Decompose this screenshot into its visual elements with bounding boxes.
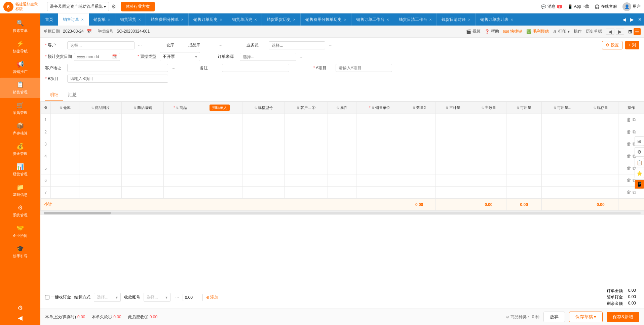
address-more-icon[interactable]: ···: [172, 65, 176, 71]
set-button[interactable]: ⚙ 设置: [602, 41, 622, 49]
salesperson-input[interactable]: [269, 41, 325, 49]
deposit-checkbox-label[interactable]: 一键收订金: [45, 294, 71, 300]
tab-daily-clear[interactable]: 钱货日清工作台 ✕: [394, 13, 437, 26]
copy-row-icon[interactable]: ⧉: [633, 117, 636, 123]
sidebar-item-guide[interactable]: 🎓 新手引导: [0, 242, 40, 262]
panel-btn-4[interactable]: ⭐: [635, 169, 644, 178]
history-btn[interactable]: 历史单据: [586, 29, 602, 34]
settlement-select[interactable]: 选择... ▾: [94, 293, 121, 302]
industry-button[interactable]: 体验行业方案: [121, 2, 155, 11]
bank-select[interactable]: 选择... ▾: [144, 293, 171, 302]
note-input[interactable]: [222, 64, 289, 72]
tab-goods-history[interactable]: 销货单历史 ✕: [227, 13, 262, 26]
system-select[interactable]: 装备及固定资产辅助管理系统 ▾: [47, 2, 109, 11]
sidebar-item-operations[interactable]: 📊 经营管理: [0, 160, 40, 180]
tab-cost-history[interactable]: 销售费用分摊单历史 ✕: [301, 13, 351, 26]
sidebar-item-inventory[interactable]: 📦 库存核算: [0, 119, 40, 139]
copy-row-icon[interactable]: ⧉: [633, 190, 636, 195]
tab-return-history[interactable]: 销货退货历史 ✕: [262, 13, 301, 26]
add-column-button[interactable]: + 列: [625, 41, 639, 49]
sidebar-item-system[interactable]: ⚙ 系统管理: [0, 201, 40, 221]
tab-close-icon[interactable]: ✕: [293, 18, 296, 22]
collapse-icon[interactable]: ◀: [18, 314, 23, 322]
sub-tab-detail[interactable]: 明细: [45, 89, 63, 101]
prev-record-btn[interactable]: ◀: [606, 29, 614, 35]
sidebar-item-purchase[interactable]: 🛒 采购管理: [0, 98, 40, 119]
delete-row-icon[interactable]: 🗑: [627, 153, 631, 159]
warehouse-more-icon[interactable]: ···: [219, 43, 223, 48]
profit-btn[interactable]: 💹 毛利预估: [526, 29, 549, 34]
tab-close-icon[interactable]: ✕: [138, 18, 141, 22]
operations-btn[interactable]: 操作: [574, 29, 582, 34]
view-btn[interactable]: 🎬 视频: [466, 29, 481, 34]
tab-sales-order[interactable]: 销售订单 ✕: [58, 13, 89, 26]
customer-more-icon[interactable]: ···: [138, 43, 142, 48]
notification-item[interactable]: 💬 消息 9: [541, 4, 562, 9]
copy-row-icon[interactable]: ⧉: [633, 129, 636, 135]
tab-close-icon[interactable]: ✕: [81, 18, 84, 22]
tab-close-icon[interactable]: ✕: [254, 18, 257, 22]
help-btn[interactable]: ❓ 帮助: [485, 29, 499, 34]
tab-sales-cost[interactable]: 销售费用分摊单 ✕: [146, 13, 189, 26]
tab-statistics[interactable]: 销售订单统计表 ✕: [476, 13, 518, 26]
panel-btn-3[interactable]: 📋: [635, 158, 644, 167]
sidebar-item-basic[interactable]: 📁 基础信息: [0, 180, 40, 201]
delete-row-icon[interactable]: 🗑: [627, 117, 631, 123]
sidebar-item-search[interactable]: 🔍 搜索菜单: [0, 16, 40, 37]
tab-workbench[interactable]: 销售订单工作台 ✕: [351, 13, 394, 26]
delivery-date-field[interactable]: [77, 54, 111, 59]
salesperson-more-icon[interactable]: ···: [329, 43, 333, 48]
grid-view-btn[interactable]: ⊞: [628, 28, 632, 35]
tab-close-icon[interactable]: ✕: [386, 18, 389, 22]
deposit-amount-input[interactable]: [183, 294, 203, 301]
customer-input[interactable]: [67, 41, 135, 49]
shortcut-btn[interactable]: ⌨ 快捷键: [503, 29, 522, 34]
discard-button[interactable]: 放弃: [543, 312, 565, 322]
tab-prev-button[interactable]: ◀: [620, 17, 628, 22]
invoice-select[interactable]: 不开票 ▾: [160, 52, 200, 61]
delivery-date-input[interactable]: 📅: [74, 53, 120, 61]
print-btn[interactable]: 🖨 打印 ▾: [553, 29, 570, 34]
save-new-button[interactable]: 保存&新增: [607, 312, 639, 322]
delete-row-icon[interactable]: 🗑: [627, 177, 631, 183]
panel-btn-1[interactable]: ⊞: [635, 136, 644, 146]
panel-btn-2[interactable]: ⚙: [635, 147, 644, 157]
delete-row-icon[interactable]: 🗑: [627, 165, 631, 171]
next-record-btn[interactable]: ▶: [616, 29, 624, 35]
order-source-input[interactable]: [240, 53, 296, 61]
project-a-input[interactable]: [336, 64, 392, 72]
tab-close-icon[interactable]: ✕: [344, 18, 346, 22]
tab-home[interactable]: 首页: [40, 13, 58, 26]
tab-reconcile[interactable]: 钱货日清对账 ✕: [437, 13, 476, 26]
bank-more-icon[interactable]: ···: [175, 295, 179, 300]
order-source-more-icon[interactable]: ···: [300, 54, 304, 59]
user-item[interactable]: 👤 用户: [622, 2, 641, 11]
settings-button[interactable]: ⚙: [109, 2, 118, 11]
settings-bottom-icon[interactable]: ⚙: [17, 304, 23, 312]
tab-close-icon[interactable]: ✕: [429, 18, 432, 22]
tab-sales-return[interactable]: 销货退货 ✕: [115, 13, 146, 26]
tab-close-icon[interactable]: ✕: [468, 18, 470, 22]
tab-close-icon[interactable]: ✕: [108, 18, 110, 22]
save-draft-button[interactable]: 保存草稿 ▾: [569, 312, 603, 322]
deposit-checkbox[interactable]: [45, 295, 49, 299]
delete-row-icon[interactable]: 🗑: [627, 129, 631, 135]
sidebar-item-finance[interactable]: 💰 资金管理: [0, 139, 40, 160]
add-payment-btn[interactable]: ⊕ 添加: [206, 294, 218, 300]
tab-close-icon[interactable]: ✕: [510, 18, 513, 22]
delete-row-icon[interactable]: 🗑: [627, 141, 631, 147]
project-b-input[interactable]: [67, 75, 168, 83]
sub-tab-summary[interactable]: 汇总: [63, 89, 81, 101]
tab-close-icon[interactable]: ✕: [181, 18, 184, 22]
tab-more-button[interactable]: ✕: [636, 17, 644, 22]
scroll-thumb[interactable]: [44, 212, 111, 214]
sidebar-item-collab[interactable]: 🤝 企业协同: [0, 221, 40, 242]
list-view-btn[interactable]: ☰: [634, 28, 641, 35]
tab-sales-goods[interactable]: 销货单 ✕: [89, 13, 115, 26]
delete-row-icon[interactable]: 🗑: [627, 190, 631, 195]
app-download-item[interactable]: 📱 App下载: [568, 4, 589, 9]
tab-sales-order-history[interactable]: 销售订单历史 ✕: [189, 13, 227, 26]
online-service-item[interactable]: 🎧 在线客服: [595, 4, 617, 9]
sidebar-item-marketing[interactable]: 📢 营销推广: [0, 57, 40, 78]
sidebar-item-quicknav[interactable]: ⚡ 快捷导航: [0, 37, 40, 57]
